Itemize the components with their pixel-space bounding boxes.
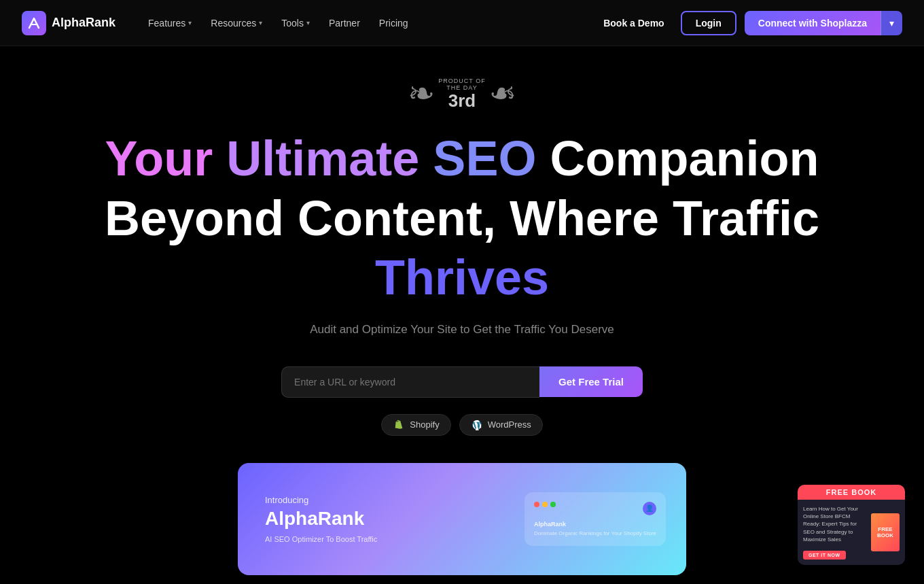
hero-subtitle: Audit and Optimize Your Site to Get the …: [14, 323, 910, 337]
hero-cta: Get Free Trial: [14, 366, 910, 398]
url-keyword-input[interactable]: [281, 366, 539, 398]
window-minimize-dot: [542, 502, 548, 507]
demo-product-subtitle: AI SEO Optimizer To Boost Traffic: [265, 535, 377, 543]
connect-dropdown-button[interactable]: ▾: [881, 11, 902, 35]
title-word-companion: Companion: [550, 131, 819, 186]
book-demo-button[interactable]: Book a Demo: [595, 12, 672, 34]
shopify-badge[interactable]: Shopify: [381, 414, 450, 436]
navbar: AlphaRank Features ▾ Resources ▾ Tools ▾…: [0, 0, 924, 46]
get-free-trial-button[interactable]: Get Free Trial: [539, 366, 643, 397]
connect-shoplazza-button[interactable]: Connect with Shoplazza: [745, 11, 881, 35]
hero-title-line2: Beyond Content, Where Traffic: [14, 193, 910, 245]
nav-partner[interactable]: Partner: [321, 12, 368, 34]
free-book-cover: FREE BOOK: [871, 513, 900, 551]
title-word-seo: SEO: [433, 131, 536, 186]
platform-badges: Shopify WordPress: [14, 414, 910, 436]
chevron-down-icon: ▾: [188, 19, 192, 27]
window-app-title: AlphaRank: [534, 521, 656, 528]
logo-text: AlphaRank: [52, 16, 116, 30]
logo[interactable]: AlphaRank: [22, 11, 116, 35]
window-maximize-dot: [550, 502, 556, 507]
nav-tools[interactable]: Tools ▾: [273, 12, 318, 34]
demo-window: 👤 AlphaRank Dominate Organic Rankings fo…: [525, 492, 666, 546]
nav-links: Features ▾ Resources ▾ Tools ▾ Partner P…: [140, 12, 595, 34]
window-app-subtitle: Dominate Organic Rankings for Your Shopi…: [534, 530, 656, 536]
laurel-right-icon: ❧: [489, 73, 516, 114]
pod-rank: 3rd: [435, 91, 489, 111]
wordpress-icon: [471, 419, 483, 431]
demo-introducing: Introducing: [265, 495, 377, 505]
demo-product-name: AlphaRank: [265, 508, 377, 530]
free-book-cta-button[interactable]: GET IT NOW: [803, 551, 846, 560]
laurel-left-icon: ❧: [408, 73, 435, 114]
demo-card: Introducing AlphaRank AI SEO Optimizer T…: [238, 463, 686, 575]
logo-icon: [22, 11, 46, 35]
hero-section: ❧ Product of the day 3rd ❧ Your Ultimate…: [0, 46, 924, 463]
nav-pricing[interactable]: Pricing: [371, 12, 416, 34]
hero-title-line1: Your Ultimate SEO Companion: [14, 133, 910, 185]
free-book-widget[interactable]: FREE BOOK Learn How to Get Your Online S…: [798, 485, 905, 565]
wordpress-badge[interactable]: WordPress: [459, 414, 543, 436]
title-word-your: Your: [105, 131, 213, 186]
chevron-down-icon: ▾: [306, 19, 310, 27]
window-close-dot: [534, 502, 539, 507]
pod-label: Product of the day: [435, 78, 489, 91]
title-word-ultimate: Ultimate: [226, 131, 419, 186]
window-avatar: 👤: [643, 502, 656, 515]
chevron-down-icon: ▾: [259, 19, 262, 27]
free-book-body: Learn How to Get Your Online Store BFCM …: [798, 500, 905, 565]
nav-resources[interactable]: Resources ▾: [202, 12, 270, 34]
free-book-header: FREE BOOK: [798, 485, 905, 500]
free-book-text-area: Learn How to Get Your Online Store BFCM …: [803, 505, 866, 560]
hero-title-line3: Thrives: [14, 252, 910, 304]
nav-right: Book a Demo Login Connect with Shoplazza…: [595, 11, 902, 35]
demo-section: Introducing AlphaRank AI SEO Optimizer T…: [224, 463, 700, 575]
login-button[interactable]: Login: [681, 11, 736, 35]
wordpress-label: WordPress: [488, 419, 531, 430]
demo-card-text: Introducing AlphaRank AI SEO Optimizer T…: [265, 495, 377, 543]
nav-features[interactable]: Features ▾: [140, 12, 200, 34]
product-of-day-badge: ❧ Product of the day 3rd ❧: [408, 73, 516, 114]
window-buttons: 👤: [534, 502, 656, 515]
shopify-icon: [393, 419, 405, 431]
free-book-description: Learn How to Get Your Online Store BFCM …: [803, 505, 866, 543]
shopify-label: Shopify: [410, 419, 439, 430]
connect-button-wrapper: Connect with Shoplazza ▾: [745, 11, 902, 35]
